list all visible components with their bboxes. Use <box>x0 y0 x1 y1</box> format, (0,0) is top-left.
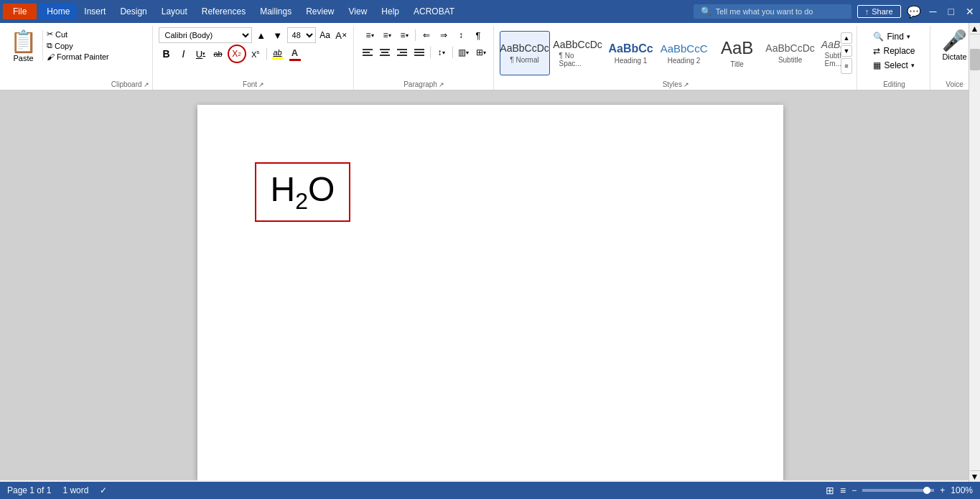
zoom-out-button[interactable]: − <box>851 485 857 495</box>
scroll-up-arrow[interactable]: ▲ <box>970 23 980 34</box>
multilevel-button[interactable]: ≡▾ <box>396 27 412 43</box>
svg-rect-2 <box>363 55 373 56</box>
styles-scroll-down[interactable]: ▼ <box>841 45 852 57</box>
svg-rect-8 <box>397 55 407 56</box>
text-highlight-button[interactable]: ab <box>270 45 286 62</box>
borders-button[interactable]: ⊞▾ <box>473 45 489 60</box>
styles-scroll-up[interactable]: ▲ <box>841 32 852 44</box>
svg-rect-6 <box>397 49 407 50</box>
style-subtle-label: Subtle Em... <box>825 52 841 67</box>
style-heading2[interactable]: AaBbCcC Heading 2 <box>659 31 709 75</box>
font-expand-icon[interactable]: ↗ <box>258 81 264 88</box>
zoom-slider[interactable] <box>862 489 934 492</box>
h2o-h: H <box>271 170 296 208</box>
increase-indent-button[interactable]: ⇒ <box>436 27 452 43</box>
styles-expand-icon[interactable]: ↗ <box>683 81 689 88</box>
editing-group: 🔍 Find ▾ ⇄ Replace ▦ Select ▾ <box>859 26 930 90</box>
comments-button[interactable]: 💬 <box>907 5 921 19</box>
minimize-button[interactable]: ─ <box>927 6 940 17</box>
maximize-button[interactable]: □ <box>946 6 957 17</box>
style-subtitle-preview: AaBbCcDc <box>765 42 814 55</box>
share-button[interactable]: ↑ Share <box>857 5 901 18</box>
font-divider1 <box>266 48 267 60</box>
align-center-button[interactable] <box>377 45 393 60</box>
help-menu[interactable]: Help <box>374 4 406 19</box>
design-menu[interactable]: Design <box>113 4 154 19</box>
select-button[interactable]: ▦ Select ▾ <box>870 59 918 72</box>
copy-button[interactable]: ⧉ Copy <box>45 40 111 51</box>
bold-button[interactable]: B <box>159 46 174 62</box>
format-painter-button[interactable]: 🖌 Format Painter <box>45 52 111 62</box>
clipboard-label: Clipboard ↗ <box>111 79 149 88</box>
increase-font-button[interactable]: ▲ <box>254 28 269 42</box>
mailings-menu[interactable]: Mailings <box>253 4 299 19</box>
font-family-select[interactable]: Calibri (Body) <box>159 27 252 43</box>
style-subtitle[interactable]: AaBbCcDc Subtitle <box>765 31 816 75</box>
clear-format-button[interactable]: A✕ <box>335 28 349 42</box>
underline-button[interactable]: U▾ <box>193 46 209 62</box>
italic-button[interactable]: I <box>176 46 192 62</box>
acrobat-menu[interactable]: ACROBAT <box>406 4 462 19</box>
style-normal[interactable]: AaBbCcDc ¶ Normal <box>500 31 550 75</box>
shading-button[interactable]: ▥▾ <box>456 45 472 60</box>
change-case-button[interactable]: Aa <box>318 28 332 42</box>
bullets-icon: ≡ <box>366 30 371 40</box>
home-menu[interactable]: Home <box>39 4 77 19</box>
font-color-button[interactable]: A <box>287 45 303 62</box>
svg-rect-9 <box>414 49 424 50</box>
search-box[interactable]: 🔍 Tell me what you want to do <box>694 4 851 19</box>
replace-button[interactable]: ⇄ Replace <box>870 45 918 57</box>
styles-more-button[interactable]: ≡ <box>841 58 852 74</box>
insert-menu[interactable]: Insert <box>77 4 113 19</box>
style-no-spacing[interactable]: AaBbCcDc ¶ No Spac... <box>553 31 603 75</box>
style-nospacing-preview: AaBbCcDc <box>553 39 602 51</box>
style-heading1-label: Heading 1 <box>615 57 648 65</box>
focus-mode-icon[interactable]: ⊞ <box>826 485 834 496</box>
font-size-select[interactable]: 48 <box>287 27 316 43</box>
align-right-button[interactable] <box>394 45 410 60</box>
scrollbar-right[interactable]: ▲ ▼ <box>969 23 980 482</box>
cut-button[interactable]: ✂ Cut <box>45 29 111 39</box>
superscript-button[interactable]: Xs <box>248 46 263 62</box>
scrollbar-thumb[interactable] <box>970 49 980 70</box>
style-items: AaBbCcDc ¶ Normal AaBbCcDc ¶ No Spac... … <box>500 31 841 75</box>
paste-icon: 📋 <box>10 29 37 54</box>
find-button[interactable]: 🔍 Find ▾ <box>870 30 918 43</box>
dictate-button[interactable]: 🎤 Dictate <box>936 27 973 62</box>
bullets-button[interactable]: ≡▾ <box>362 27 378 43</box>
close-button[interactable]: ✕ <box>963 6 977 17</box>
para-row2: ↕▾ ▥▾ ⊞▾ <box>360 45 489 60</box>
clipboard-expand-icon[interactable]: ↗ <box>144 81 149 88</box>
style-title-preview: AaB <box>721 38 753 59</box>
file-menu[interactable]: File <box>3 4 37 19</box>
paragraph-expand-icon[interactable]: ↗ <box>439 81 444 88</box>
style-subtle-em[interactable]: AaBbCcD Subtle Em... <box>818 31 841 75</box>
sort-button[interactable]: ↕ <box>453 27 469 43</box>
styles-row: AaBbCcDc ¶ Normal AaBbCcDc ¶ No Spac... … <box>500 27 852 79</box>
subscript-button[interactable]: X2 <box>228 45 246 63</box>
paint-brush-icon: 🖌 <box>47 52 55 61</box>
strikethrough-button[interactable]: ab <box>210 46 226 62</box>
style-title[interactable]: AaB Title <box>712 31 762 75</box>
decrease-indent-button[interactable]: ⇐ <box>419 27 434 43</box>
document-page[interactable]: H2O <box>197 105 783 480</box>
zoom-in-button[interactable]: + <box>940 485 945 495</box>
layout-view-icon[interactable]: ≡ <box>840 485 846 496</box>
references-menu[interactable]: References <box>195 4 253 19</box>
scroll-down-arrow[interactable]: ▼ <box>970 470 980 482</box>
proofing-icon[interactable]: ✓ <box>100 485 107 495</box>
voice-group-label: Voice <box>936 79 973 88</box>
layout-menu[interactable]: Layout <box>154 4 195 19</box>
paste-button[interactable]: 📋 Paste <box>6 27 41 64</box>
style-heading1[interactable]: AaBbCc Heading 1 <box>606 31 656 75</box>
review-menu[interactable]: Review <box>299 4 341 19</box>
line-spacing-button[interactable]: ↕▾ <box>434 45 449 60</box>
h2o-formula-box[interactable]: H2O <box>255 162 351 222</box>
decrease-font-button[interactable]: ▼ <box>271 28 285 42</box>
font-group-label: Font ↗ <box>159 79 349 88</box>
justify-button[interactable] <box>411 45 427 60</box>
show-hide-button[interactable]: ¶ <box>470 27 486 43</box>
view-menu[interactable]: View <box>342 4 375 19</box>
align-left-button[interactable] <box>360 45 375 60</box>
numbering-button[interactable]: ≡▾ <box>379 27 395 43</box>
